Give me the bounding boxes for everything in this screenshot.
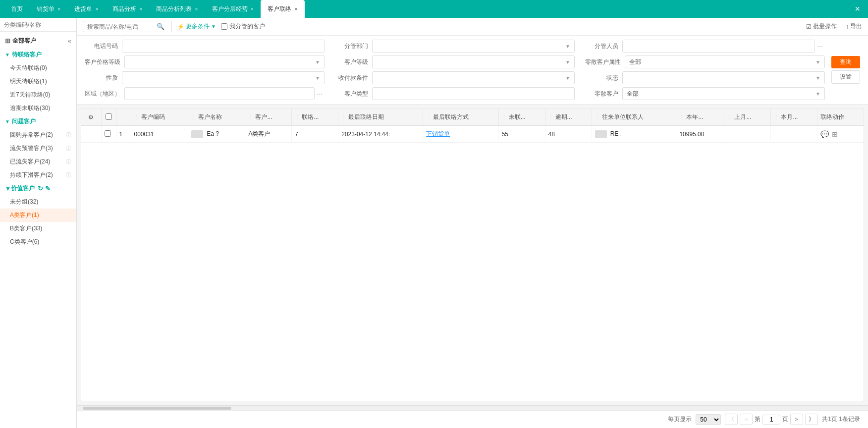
filter-search-icon[interactable]: 🔍 (157, 23, 164, 30)
table-header-last-date[interactable]: ⋮ 最后联络日期 (338, 109, 423, 126)
filter-scattered-select[interactable]: 全部 ▼ (622, 87, 825, 100)
filter-dept-select[interactable]: ▼ (372, 40, 575, 53)
filter-phone-input[interactable] (122, 40, 325, 53)
filter-row-3: 性质 ▼ 收付款条件 ▼ (85, 71, 825, 84)
table-header-contact[interactable]: ⋮ 联络... (292, 109, 338, 126)
filter-search-input[interactable] (87, 23, 157, 30)
more-filters-btn[interactable]: ⚡ 更多条件 ▼ (177, 22, 216, 31)
sidebar-item-tomorrow[interactable]: 明天待联络(1) (0, 75, 76, 88)
close-purchase-order[interactable]: × (95, 6, 98, 12)
sidebar-item-overdue[interactable]: 逾期未联络(30) (0, 102, 76, 115)
filter-manager-input[interactable] (622, 40, 815, 53)
sort-dots-type: ⋮ (248, 114, 253, 120)
sidebar-item-class-c[interactable]: C类客户(6) (0, 235, 76, 249)
chat-icon[interactable]: 💬 (820, 130, 829, 138)
filter-scattered-attr-select[interactable]: 全部 ▼ (625, 55, 825, 68)
row-check-cell[interactable] (101, 126, 116, 143)
close-product-analysis[interactable]: × (139, 6, 142, 12)
sidebar-group-value[interactable]: ▼ 价值客户 ↻ ✎ (0, 182, 76, 195)
info-icon-3: ⓘ (66, 158, 71, 165)
sidebar-collapse-icon[interactable]: « (68, 37, 71, 45)
sidebar-search-input[interactable] (4, 21, 77, 28)
filter-customer-tier: 客户等级 ▼ (335, 55, 575, 68)
first-page-btn[interactable]: 《 (725, 414, 738, 425)
table-header-overdue[interactable]: ⋮ 逾期... (545, 109, 592, 126)
pagination-bar: 每页显示 50 20 100 《 ＜ 第 页 ＞ 》 共1页 1条记录 (77, 410, 868, 428)
filter-price-tier-select[interactable]: ▼ (124, 55, 325, 68)
table-header-action: 联络动作 (817, 109, 864, 126)
filter-payment-select[interactable]: ▼ (372, 71, 575, 84)
close-customer-contact[interactable]: × (294, 6, 297, 12)
content-area: 🔍 ⚡ 更多条件 ▼ 我分管的客户 ☑ 批量操作 ↑ 导出 (77, 18, 868, 428)
close-customer-tier[interactable]: × (251, 6, 254, 12)
refresh-icon[interactable]: ↻ (38, 185, 43, 192)
nav-purchase-order[interactable]: 进货单 × (67, 0, 105, 18)
grid-icon: ⊞ (5, 37, 10, 45)
qr-icon[interactable]: ⊞ (832, 130, 838, 138)
filter-status-select[interactable]: ▼ (622, 71, 825, 84)
sidebar-item-churn-warning[interactable]: 流失预警客户(3) ⓘ (0, 142, 76, 155)
nav-customer-contact[interactable]: 客户联络 × (261, 0, 304, 18)
filter-customer-tier-select[interactable]: ▼ (372, 55, 575, 68)
filter-customer-type-input[interactable] (372, 87, 575, 100)
horizontal-scrollbar[interactable] (77, 405, 868, 410)
my-customers-checkbox[interactable] (221, 23, 227, 30)
export-btn[interactable]: ↑ 导出 (846, 22, 862, 31)
data-table-container: ⚙ ⋮ 客户编码 (81, 108, 864, 401)
row-checkbox[interactable] (105, 130, 111, 137)
all-customers-item[interactable]: ⊞ 全部客户 « (0, 34, 76, 48)
sidebar-item-today[interactable]: 今天待联络(0) (0, 61, 76, 75)
scrollbar-thumb[interactable] (83, 407, 231, 410)
nav-product-analysis[interactable]: 商品分析 × (106, 0, 149, 18)
sidebar-item-repurchase-abnormal[interactable]: 回购异常客户(2) ⓘ (0, 128, 76, 142)
table-header-check[interactable] (101, 109, 116, 126)
table-header-unit-contact[interactable]: ⋮ 往来单位联系人 (592, 109, 676, 126)
row-action-icons: 💬 ⊞ (820, 130, 861, 138)
close-all-button[interactable]: × (851, 4, 864, 14)
manager-dots-btn[interactable]: ··· (815, 42, 825, 50)
filter-region-input[interactable] (124, 87, 315, 100)
table-header-last-method[interactable]: ⋮ 最后联络方式 (423, 109, 498, 126)
table-header-name[interactable]: ⋮ 客户名称 (188, 109, 245, 126)
select-all-checkbox[interactable] (106, 113, 112, 120)
sidebar-item-declining[interactable]: 持续下滑客户(2) ⓘ (0, 168, 76, 182)
table-header-gear[interactable]: ⚙ (81, 109, 101, 126)
page-number-input[interactable] (762, 415, 780, 425)
row-last-method-cell[interactable]: 下销货单 (423, 126, 498, 143)
nav-sales-order[interactable]: 销货单 × (30, 0, 67, 18)
setting-button[interactable]: 设置 (831, 70, 860, 84)
nav-customer-tier[interactable]: 客户分层经营 × (205, 0, 261, 18)
next-page-btn[interactable]: ＞ (790, 414, 803, 425)
sidebar-group-problem[interactable]: ▼ 问题客户 (0, 115, 76, 128)
filter-manager-label: 分管人员 (585, 42, 622, 51)
batch-operation-btn[interactable]: ☑ 批量操作 (806, 22, 837, 31)
table-header-this-month[interactable]: ⋮ 本月... (771, 109, 817, 126)
edit-icon[interactable]: ✎ (45, 185, 51, 192)
filter-scattered-attr: 零散客户属性 全部 ▼ (585, 55, 825, 68)
query-button[interactable]: 查询 (831, 56, 860, 68)
table-header-last-month[interactable]: ⋮ 上月... (724, 109, 771, 126)
sidebar-section-all: ⊞ 全部客户 « ▼ 待联络客户 今天待联络(0) 明天待联络(1) 近7天待联… (0, 32, 76, 251)
sidebar-item-class-b[interactable]: B类客户(33) (0, 222, 76, 235)
table-header-no-contact[interactable]: ⋮ 未联... (498, 109, 545, 126)
info-icon-4: ⓘ (66, 171, 71, 179)
nav-product-analysis-list[interactable]: 商品分析列表 × (149, 0, 205, 18)
sidebar-item-unclassified[interactable]: 未分组(32) (0, 195, 76, 209)
sidebar-item-class-a[interactable]: A类客户(1) (0, 209, 76, 222)
page-size-select[interactable]: 50 20 100 (696, 414, 721, 425)
sidebar-item-churned[interactable]: 已流失客户(24) ⓘ (0, 155, 76, 168)
filter-nature-select[interactable]: ▼ (122, 71, 325, 84)
close-product-analysis-list[interactable]: × (195, 6, 198, 12)
sidebar-item-7days[interactable]: 近7天待联络(0) (0, 88, 76, 102)
table-header-this-year[interactable]: ⋮ 本年... (676, 109, 724, 126)
nav-home[interactable]: 首页 (4, 0, 30, 18)
filter-payment-label: 收付款条件 (335, 74, 372, 82)
close-sales-order[interactable]: × (57, 6, 60, 12)
last-page-btn[interactable]: 》 (805, 414, 818, 425)
sidebar-group-pending[interactable]: ▼ 待联络客户 (0, 48, 76, 61)
table-header-code[interactable]: ⋮ 客户编码 (131, 109, 188, 126)
prev-page-btn[interactable]: ＜ (740, 414, 753, 425)
row-this-year-cell: 10995.00 (676, 126, 724, 143)
table-header-type[interactable]: ⋮ 客户... (245, 109, 292, 126)
region-dots-btn[interactable]: ··· (315, 90, 325, 98)
